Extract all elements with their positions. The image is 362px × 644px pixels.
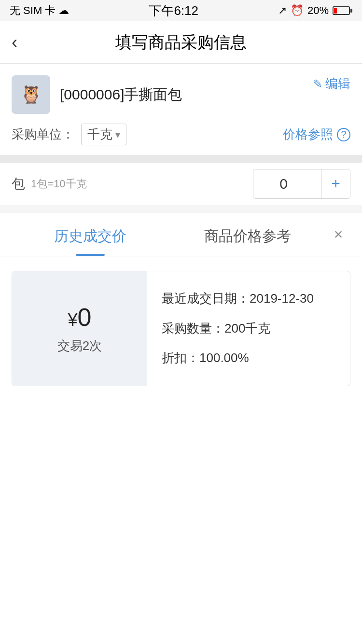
quantity-row: 包 1包=10千克 + xyxy=(0,163,362,205)
package-ratio: 1包=10千克 xyxy=(31,177,87,191)
history-date-row: 最近成交日期：2019-12-30 xyxy=(162,289,335,309)
tab-price-reference[interactable]: 商品价格参考 xyxy=(169,213,326,256)
unit-field: 采购单位： 千克 ▾ xyxy=(12,124,126,145)
unit-select[interactable]: 千克 ▾ xyxy=(81,124,126,145)
edit-icon: ✎ xyxy=(313,77,322,91)
signal-text: 无 SIM 卡 ☁ xyxy=(10,3,69,18)
battery-icon xyxy=(333,6,352,15)
tab-header: 历史成交价 商品价格参考 × xyxy=(0,213,362,256)
quantity-label-group: 包 1包=10千克 xyxy=(12,175,87,193)
location-icon: ↗ xyxy=(278,4,287,17)
currency-symbol: ¥ xyxy=(68,310,78,330)
price-ref-button[interactable]: 价格参照 ? xyxy=(283,126,350,143)
tab-close-button[interactable]: × xyxy=(326,223,350,247)
product-header: 🦉 [0000006]手撕面包 ✎ 编辑 xyxy=(12,75,350,114)
battery-percent: 20% xyxy=(307,4,329,17)
unit-label: 采购单位： xyxy=(12,127,74,141)
product-card: 🦉 [0000006]手撕面包 ✎ 编辑 采购单位： 千克 ▾ 价格参照 ? xyxy=(0,64,362,155)
unit-arrow-icon: ▾ xyxy=(115,129,120,140)
tab-history-price[interactable]: 历史成交价 xyxy=(12,213,169,256)
package-label: 包 xyxy=(12,175,25,193)
quantity-plus-button[interactable]: + xyxy=(321,169,350,198)
history-content: ¥0 交易2次 最近成交日期：2019-12-30 采购数量：200千克 折扣：… xyxy=(0,256,362,401)
tab-section: 历史成交价 商品价格参考 × ¥0 交易2次 最近成交日期：2019-12-30… xyxy=(0,213,362,401)
edit-label: 编辑 xyxy=(325,75,350,92)
price-ref-label: 价格参照 xyxy=(283,126,333,143)
history-card: ¥0 交易2次 最近成交日期：2019-12-30 采购数量：200千克 折扣：… xyxy=(12,271,350,386)
product-name: [0000006]手撕面包 xyxy=(60,85,182,105)
history-price: ¥0 xyxy=(68,303,92,332)
product-meta: 采购单位： 千克 ▾ 价格参照 ? xyxy=(12,124,350,145)
history-right: 最近成交日期：2019-12-30 采购数量：200千克 折扣：100.00% xyxy=(147,271,350,386)
qty-label: 采购数量： xyxy=(162,321,224,336)
history-trades: 交易2次 xyxy=(57,337,102,354)
product-thumbnail: 🦉 xyxy=(12,75,50,114)
discount-value: 100.00% xyxy=(199,350,249,365)
status-time: 下午6:12 xyxy=(149,2,198,19)
discount-label: 折扣： xyxy=(162,350,199,365)
qty-value: 200千克 xyxy=(224,321,270,336)
section-divider xyxy=(0,155,362,163)
product-left: 🦉 [0000006]手撕面包 xyxy=(12,75,182,114)
product-thumb-icon: 🦉 xyxy=(20,84,42,105)
nav-bar: ‹ 填写商品采购信息 xyxy=(0,21,362,64)
status-left: 无 SIM 卡 ☁ xyxy=(10,3,69,18)
price-ref-help-icon: ? xyxy=(337,128,350,141)
page-background xyxy=(0,401,362,644)
quantity-input[interactable] xyxy=(253,169,321,198)
history-left: ¥0 交易2次 xyxy=(12,271,147,386)
status-bar: 无 SIM 卡 ☁ 下午6:12 ↗ ⏰ 20% xyxy=(0,0,362,21)
date-value: 2019-12-30 xyxy=(250,291,314,306)
back-button[interactable]: ‹ xyxy=(7,28,22,57)
page-title: 填写商品采购信息 xyxy=(115,31,247,54)
edit-button[interactable]: ✎ 编辑 xyxy=(313,75,350,92)
quantity-control: + xyxy=(253,169,350,199)
history-qty-row: 采购数量：200千克 xyxy=(162,319,335,339)
alarm-icon: ⏰ xyxy=(291,4,304,17)
history-discount-row: 折扣：100.00% xyxy=(162,348,335,368)
status-right: ↗ ⏰ 20% xyxy=(278,4,352,17)
date-label: 最近成交日期： xyxy=(162,291,250,306)
unit-value: 千克 xyxy=(87,126,112,143)
price-value: 0 xyxy=(78,303,92,331)
